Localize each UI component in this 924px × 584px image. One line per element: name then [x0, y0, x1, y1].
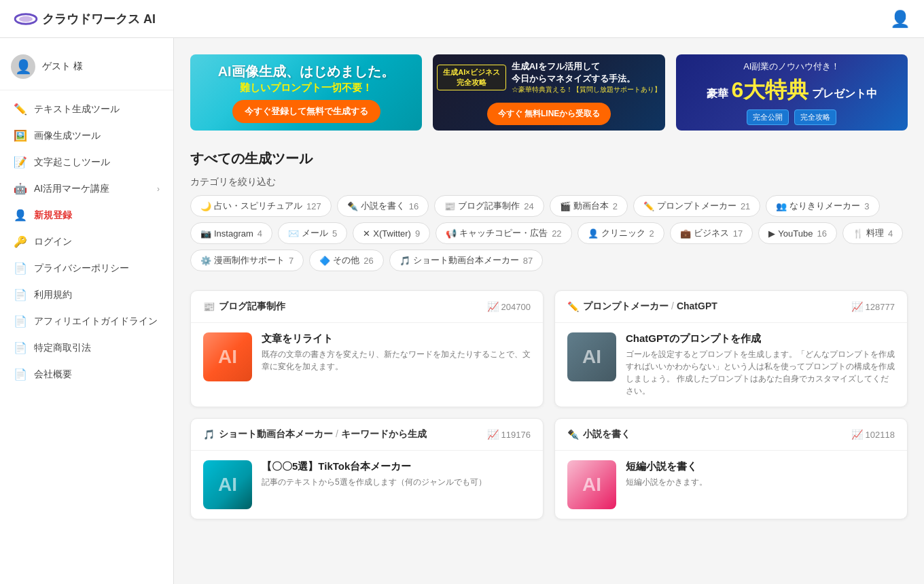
instagram-icon: 📷 — [200, 228, 211, 239]
sidebar-item-register[interactable]: 👤新規登録 — [0, 202, 173, 228]
sidebar-item-transcription-tool[interactable]: 📝文字起こしツール — [0, 149, 173, 175]
tag-label-other: その他 — [333, 254, 359, 267]
category-tag-other[interactable]: 🔷その他26 — [309, 250, 383, 271]
category-tag-twitter[interactable]: ✕X(Twitter)9 — [353, 222, 430, 244]
trend-icon: 📈 — [851, 301, 863, 312]
tool-item-short-novel[interactable]: AI 短編小説を書く 短編小説をかきます。 — [555, 451, 907, 519]
tag-label-short-video: ショート動画台本メーカー — [413, 254, 519, 267]
banner-1[interactable]: AI画像生成、はじめました。 難しいプロンプト一切不要！ 今すぐ登録して無料で生… — [190, 54, 422, 131]
prompt-section-icon: ✏️ — [567, 301, 579, 312]
sidebar-label-terms: 利用規約 — [34, 289, 72, 301]
tool-section-header-prompt-section: ✏️ プロンプトメーカー/ChatGPT 📈 128777 — [555, 291, 907, 323]
banner-2[interactable]: 生成AI×ビジネス完全攻略 生成AIをフル活用して 今日からマネタイズする手法。… — [433, 54, 664, 131]
tag-count-blog: 24 — [524, 201, 533, 211]
sidebar-item-terms[interactable]: 📄利用規約 — [0, 281, 173, 308]
banner-3-headline: 豪華 6大特典 プレゼント中 — [707, 88, 877, 99]
short-video-section-icon: 🎵 — [203, 429, 215, 440]
section-title: すべての生成ツール — [190, 150, 908, 168]
roleplay-icon: 👥 — [776, 201, 787, 211]
category-tag-novel[interactable]: ✒️小説を書く16 — [337, 195, 429, 217]
sidebar-label-register: 新規登録 — [34, 209, 72, 222]
category-tag-email[interactable]: ✉️メール5 — [278, 222, 347, 244]
tag-count-other: 26 — [363, 256, 373, 266]
tool-card-novel-section: ✒️ 小説を書く 📈 102118 AI 短編小説を書く 短編小説をかきます。 — [554, 418, 908, 519]
header-user[interactable]: 👤 — [890, 10, 910, 29]
category-tag-blog[interactable]: 📰ブログ記事制作24 — [434, 195, 544, 217]
tool-thumb-short-novel: AI — [567, 460, 616, 509]
banner-2-headline: 生成AIをフル活用して — [512, 61, 661, 73]
category-tag-prompt[interactable]: ✏️プロンプトメーカー21 — [633, 195, 760, 217]
logo[interactable]: クラウドワークス AI — [14, 11, 156, 27]
tool-section-count-short-video-section: 119176 — [501, 430, 531, 440]
novel-icon: ✒️ — [347, 201, 358, 211]
category-tag-roleplay[interactable]: 👥なりきりメーカー3 — [766, 195, 879, 217]
blog-section-icon: 📰 — [203, 301, 215, 312]
business-icon: 💼 — [680, 228, 691, 239]
tag-count-script: 2 — [613, 201, 618, 211]
banner-2-badge: 生成AI×ビジネス完全攻略 — [437, 65, 505, 90]
banner-2-button[interactable]: 今すぐ 無料LINEから受取る — [487, 103, 611, 125]
category-tag-youtube[interactable]: ▶YouTube16 — [758, 222, 837, 244]
banner-1-button[interactable]: 今すぐ登録して無料で生成する — [232, 100, 380, 123]
sidebar-item-privacy[interactable]: 📄プライバシーポリシー — [0, 255, 173, 281]
header: クラウドワークス AI 👤 — [0, 0, 924, 38]
tool-item-chatgpt-prompt[interactable]: AI ChatGPTのプロンプトを作成 ゴールを設定するとプロンプトを生成します… — [555, 323, 907, 407]
sidebar-label-affiliate: アフィリエイトガイドライン — [34, 315, 158, 328]
sidebar-item-affiliate[interactable]: 📄アフィリエイトガイドライン — [0, 308, 173, 334]
tool-desc-rewrite: 既存の文章の書き方を変えたり、新たなワードを加えたりすることで、文章に変化を加え… — [262, 348, 531, 373]
tag-label-cooking: 料理 — [866, 227, 884, 239]
terms-icon: 📄 — [14, 288, 27, 301]
banner-1-subtext: 難しいプロンプト一切不要！ — [240, 82, 372, 93]
banner-2-sub: ☆豪華特典貰える！【質問し放題サポートあり】 — [512, 85, 661, 95]
logo-text: クラウドワークス AI — [42, 11, 156, 27]
tool-section-title-novel-section: 小説を書く — [583, 428, 630, 441]
category-tag-catchcopy[interactable]: 📢キャッチコピー・広告22 — [436, 222, 571, 244]
tool-item-tiktok[interactable]: AI 【〇〇5選】TikTok台本メーカー 記事のテキストから5選を作成します（… — [191, 451, 543, 519]
main-content: AI画像生成、はじめました。 難しいプロンプト一切不要！ 今すぐ登録して無料で生… — [174, 38, 924, 584]
trend-icon: 📈 — [851, 429, 863, 440]
sidebar-item-image-tool[interactable]: 🖼️画像生成ツール — [0, 122, 173, 149]
tag-label-youtube: YouTube — [778, 228, 813, 239]
tool-section-title-blog-section: ブログ記事制作 — [219, 300, 285, 313]
tool-item-rewrite[interactable]: AI 文章をリライト 既存の文章の書き方を変えたり、新たなワードを加えたりするこ… — [191, 323, 543, 391]
tag-label-instagram: Instagram — [214, 228, 253, 239]
tool-section-count-blog-section: 204700 — [501, 302, 531, 312]
fortune-icon: 🌙 — [200, 201, 211, 211]
tag-count-manga: 7 — [289, 256, 294, 266]
category-tag-fortune[interactable]: 🌙占い・スピリチュアル127 — [190, 195, 332, 217]
cooking-icon: 🍴 — [853, 228, 864, 239]
banner-3-sub2: 完全攻略 — [794, 109, 836, 125]
category-tag-cooking[interactable]: 🍴料理4 — [842, 222, 903, 244]
tag-label-prompt: プロンプトメーカー — [657, 200, 736, 212]
tag-count-short-video: 87 — [523, 256, 533, 266]
email-icon: ✉️ — [288, 228, 299, 239]
sidebar-item-ai-marketing[interactable]: 🤖AI活用マーケ講座› — [0, 175, 173, 202]
twitter-icon: ✕ — [363, 228, 370, 239]
banner-3[interactable]: AI副業のノウハウ付き！ 豪華 6大特典 プレゼント中 完全公開 完全攻略 — [676, 54, 908, 131]
category-tag-business[interactable]: 💼ビジネス17 — [670, 222, 753, 244]
banner-3-sub1: 完全公開 — [747, 109, 789, 125]
sidebar-label-text-tool: テキスト生成ツール — [34, 103, 120, 116]
filter-label: カテゴリを絞り込む — [190, 176, 908, 188]
tool-section-count-novel-section: 102118 — [866, 430, 895, 440]
script-icon: 🎬 — [560, 201, 571, 211]
sidebar-item-trade[interactable]: 📄特定商取引法 — [0, 334, 173, 361]
privacy-icon: 📄 — [14, 262, 27, 275]
sidebar-item-login[interactable]: 🔑ログイン — [0, 228, 173, 255]
tag-label-novel: 小説を書く — [361, 200, 405, 212]
category-tags: 🌙占い・スピリチュアル127✒️小説を書く16📰ブログ記事制作24🎬動画台本2✏… — [190, 195, 908, 271]
category-tag-script[interactable]: 🎬動画台本2 — [550, 195, 628, 217]
sidebar-item-company[interactable]: 📄会社概要 — [0, 361, 173, 388]
blog-icon: 📰 — [444, 201, 455, 211]
category-tag-clinic[interactable]: 👤クリニック2 — [578, 222, 664, 244]
tool-card-short-video-section: 🎵 ショート動画台本メーカー/キーワードから生成 📈 119176 AI 【〇〇… — [190, 418, 544, 519]
sidebar-label-login: ログイン — [34, 236, 72, 248]
category-tag-short-video[interactable]: 🎵ショート動画台本メーカー87 — [389, 250, 543, 271]
manga-icon: ⚙️ — [200, 256, 211, 266]
category-tag-instagram[interactable]: 📷Instagram4 — [190, 222, 272, 244]
category-tag-manga[interactable]: ⚙️漫画制作サポート7 — [190, 250, 304, 271]
sidebar-item-text-tool[interactable]: ✏️テキスト生成ツール — [0, 96, 173, 122]
tool-section-title-prompt-section: プロンプトメーカー/ChatGPT — [583, 300, 717, 313]
tool-info-tiktok: 【〇〇5選】TikTok台本メーカー 記事のテキストから5選を作成します（何のジ… — [262, 460, 531, 509]
tag-label-business: ビジネス — [694, 227, 729, 239]
